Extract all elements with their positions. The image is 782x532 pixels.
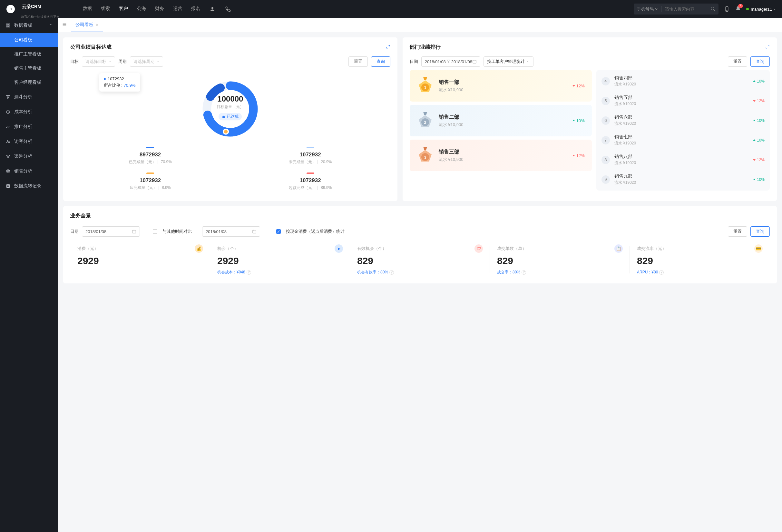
mobile-icon[interactable] xyxy=(724,6,730,12)
metric-should: 1072932应完成量（元）｜ 8.9% xyxy=(70,169,230,194)
sidebar-item-sales-lead[interactable]: 销售主管看板 xyxy=(0,61,58,75)
chart-tooltip: 1072932 所占比例:70.9% xyxy=(99,73,140,92)
sidebar-item-cost[interactable]: 成本分析 xyxy=(0,104,58,119)
sidebar-item-sales[interactable]: 销售分析 xyxy=(0,164,58,179)
kpi-icon: 💰 xyxy=(195,244,203,253)
donut-total: 100000 xyxy=(217,95,244,104)
rank-row: 8 销售八部流水 ¥19020 12% xyxy=(596,150,770,170)
phone-icon[interactable] xyxy=(225,6,231,12)
sidebar-item-manager[interactable]: 客户经理看板 xyxy=(0,75,58,90)
date-from[interactable]: 2018/01/08 至 2018/01/08 xyxy=(421,57,480,67)
help-icon[interactable]: ? xyxy=(389,270,394,275)
reset-button[interactable]: 重置 xyxy=(349,57,368,67)
top-nav: 数据 线索 客户 公海 财务 运营 报名 xyxy=(83,6,231,12)
notification-button[interactable]: 5 xyxy=(735,6,741,12)
help-icon[interactable]: ? xyxy=(247,270,251,275)
rank-number: 6 xyxy=(602,116,610,125)
expand-icon[interactable] xyxy=(386,44,390,50)
date-1[interactable]: 2018/01/08 xyxy=(82,226,140,237)
cash-checkbox[interactable]: ✓ xyxy=(276,229,281,234)
user-icon[interactable] xyxy=(209,6,216,12)
compare-label: 与其他时间对比 xyxy=(163,228,192,235)
svg-rect-29 xyxy=(253,230,256,233)
brand-name: 云朵CRM xyxy=(17,0,73,14)
search-prefix-select[interactable]: 手机号码 xyxy=(634,6,662,12)
svg-point-0 xyxy=(211,7,213,9)
rank-3: 3 销售三部流水 ¥10,900 12% xyxy=(410,140,592,171)
nav-signup[interactable]: 报名 xyxy=(191,6,200,12)
kpi-card: 成交单数（单） 📋 829 成交率：80%? xyxy=(490,243,630,277)
tab-label: 公司看板 xyxy=(75,22,94,28)
reset-button[interactable]: 重置 xyxy=(728,57,747,67)
sidebar-item-funnel[interactable]: 漏斗分析 xyxy=(0,90,58,104)
help-icon[interactable]: ? xyxy=(522,270,526,275)
card-title: 业务全景 xyxy=(70,212,91,219)
svg-point-11 xyxy=(6,155,7,155)
medal-bronze-icon: 3 xyxy=(417,146,433,165)
sidebar: 数据看板 ⌃ 公司看板 推广主管看板 销售主管看板 客户经理看板 漏斗分析 成本… xyxy=(0,18,58,532)
nav-customer[interactable]: 客户 xyxy=(119,6,128,12)
svg-text:3: 3 xyxy=(424,155,426,159)
kpi-icon: 📋 xyxy=(614,244,623,253)
search-button[interactable] xyxy=(707,6,718,12)
svg-rect-4 xyxy=(6,24,8,25)
card-target: 公司业绩目标达成 目标 请选择目标 周期 请选择周期 重置 查询 1072932… xyxy=(63,37,397,201)
nav-data[interactable]: 数据 xyxy=(83,6,92,12)
sidebar-item-company[interactable]: 公司看板 xyxy=(0,33,58,47)
trend-up: 10% xyxy=(753,118,765,123)
sidebar-item-visitor[interactable]: 访客分析 xyxy=(0,134,58,149)
sidebar-item-promo-lead[interactable]: 推广主管看板 xyxy=(0,47,58,61)
card-title: 公司业绩目标达成 xyxy=(70,44,111,50)
kpi-card: 机会（个） ➤ 2929 机会成本：¥948? xyxy=(210,243,350,277)
target-select[interactable]: 请选择目标 xyxy=(82,57,115,67)
query-button[interactable]: 查询 xyxy=(371,57,390,67)
donut-label: 目标总量（元） xyxy=(217,104,244,110)
metrics-grid: 8972932已完成量（元）｜ 70.9% 1072932未完成量（元）｜ 20… xyxy=(70,143,390,194)
date-label: 日期 xyxy=(410,59,418,65)
kpi-icon: 🛡 xyxy=(474,244,483,253)
notification-badge: 5 xyxy=(738,4,743,8)
chart-icon xyxy=(6,125,11,129)
dashboard-icon xyxy=(6,23,11,28)
svg-point-1 xyxy=(711,7,714,10)
kpi-row: 消费（元） 💰 2929 机会（个） ➤ 2929 机会成本：¥948? 有效机… xyxy=(70,243,770,277)
help-icon[interactable]: ? xyxy=(659,270,664,275)
hamburger-icon[interactable] xyxy=(62,22,67,28)
search-box: 手机号码 xyxy=(634,4,718,14)
user-menu[interactable]: manager11 ▾ xyxy=(746,7,776,11)
rank-row: 7 销售七部流水 ¥19020 10% xyxy=(596,130,770,150)
logo[interactable]: C 云朵CRM 教育机构一站式服务云平台 xyxy=(6,0,73,19)
close-icon[interactable]: ✕ xyxy=(96,23,99,27)
tab-company-board[interactable]: 公司看板 ✕ xyxy=(71,18,103,32)
query-button[interactable]: 查询 xyxy=(750,57,770,67)
compare-checkbox[interactable] xyxy=(153,229,157,234)
trend-up: 10% xyxy=(753,138,765,143)
card-ranking: 部门业绩排行 日期 2018/01/08 至 2018/01/08 按工单客户经… xyxy=(402,37,777,201)
medal-gold-icon: 1 xyxy=(417,76,433,95)
rank-1: 1 销售一部流水 ¥10,900 12% xyxy=(410,70,592,102)
date-2[interactable]: 2018/01/08 xyxy=(202,226,260,237)
dot-icon xyxy=(104,78,106,80)
sidebar-item-promo[interactable]: 推广分析 xyxy=(0,119,58,134)
period-select[interactable]: 请选择周期 xyxy=(130,57,163,67)
nav-pool[interactable]: 公海 xyxy=(137,6,146,12)
nav-finance[interactable]: 财务 xyxy=(155,6,164,12)
kpi-card: 有效机会（个） 🛡 829 机会有效率：80%? xyxy=(350,243,490,277)
reset-button[interactable]: 重置 xyxy=(728,226,747,237)
rank-row: 5 销售五部流水 ¥19020 12% xyxy=(596,91,770,111)
nav-ops[interactable]: 运营 xyxy=(173,6,182,12)
svg-rect-6 xyxy=(6,26,8,27)
sidebar-item-channel[interactable]: 渠道分析 xyxy=(0,149,58,164)
kpi-icon: ➤ xyxy=(334,244,343,253)
rank-rest: 4 销售四部流水 ¥19020 10% 5 销售五部流水 ¥19020 12% … xyxy=(596,70,770,190)
search-input[interactable] xyxy=(662,7,707,11)
nav-leads[interactable]: 线索 xyxy=(101,6,110,12)
svg-point-3 xyxy=(726,10,727,11)
statby-select[interactable]: 按工单客户经理统计 xyxy=(484,57,533,67)
sidebar-item-flow[interactable]: 数据流转记录 xyxy=(0,179,58,193)
visitor-icon xyxy=(6,139,11,144)
expand-icon[interactable] xyxy=(765,44,770,50)
sidebar-group-dashboard[interactable]: 数据看板 ⌃ xyxy=(0,18,58,33)
query-button[interactable]: 查询 xyxy=(750,226,770,237)
calendar-icon xyxy=(132,229,136,234)
